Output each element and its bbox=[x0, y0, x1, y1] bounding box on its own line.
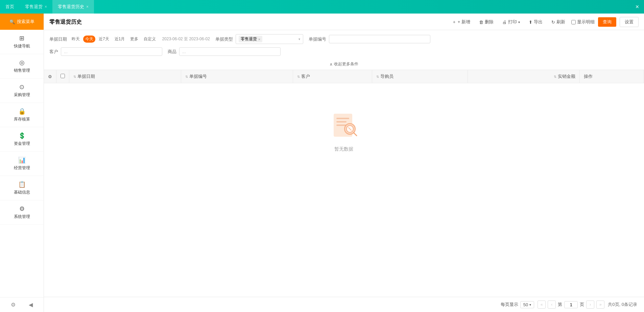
settings-gear-icon[interactable]: ⚙ bbox=[11, 302, 16, 308]
sidebar-item-inventory[interactable]: 🔒 库存核算 bbox=[0, 103, 44, 127]
sidebar-item-quick-nav[interactable]: ⊞ 快捷导航 bbox=[0, 30, 44, 54]
type-filter-group: 单据类型 零售退货 × ▾ bbox=[215, 34, 303, 44]
type-filter-select[interactable]: 零售退货 × ▾ bbox=[236, 34, 303, 44]
page-size-selector[interactable]: 50 ▾ bbox=[520, 301, 534, 308]
th-settings[interactable]: ⚙ bbox=[44, 70, 56, 83]
delete-label: 删除 bbox=[485, 19, 494, 25]
page-first-btn[interactable]: « bbox=[538, 300, 546, 309]
tab-list: 首页 零售退货 × 零售退货历史 × bbox=[0, 0, 630, 14]
show-detail-checkbox[interactable] bbox=[571, 20, 576, 24]
show-detail-checkbox-group: 显示明细 bbox=[571, 19, 595, 25]
date-btn-7days[interactable]: 近7天 bbox=[97, 36, 111, 43]
inventory-label: 库存核算 bbox=[14, 116, 30, 122]
th-number-sort-icon[interactable]: ⇅ bbox=[185, 75, 188, 79]
number-filter-group: 单据编号 bbox=[309, 35, 430, 43]
goods-filter-input[interactable] bbox=[179, 47, 281, 56]
empty-text: 暂无数据 bbox=[334, 146, 353, 152]
new-icon: ＋ bbox=[452, 19, 456, 25]
empty-state-cell: 暂无数据 bbox=[44, 83, 644, 180]
system-icon: ⚙ bbox=[19, 205, 25, 213]
filter-row-2: 客户 商品 bbox=[49, 47, 639, 56]
type-select-chevron: ▾ bbox=[299, 37, 300, 41]
base-info-label: 基础信息 bbox=[14, 190, 30, 195]
page-next-btn[interactable]: › bbox=[586, 300, 594, 309]
page-size-group: 每页显示 50 ▾ bbox=[501, 301, 534, 308]
page-size-value: 50 bbox=[523, 302, 528, 307]
table-container: ⚙ ⇅ 单据日期 bbox=[44, 70, 644, 179]
type-tag-remove[interactable]: × bbox=[258, 37, 260, 41]
date-btn-1month[interactable]: 近1月 bbox=[113, 36, 127, 43]
th-amount-sort-icon[interactable]: ⇅ bbox=[554, 75, 556, 79]
sidebar-item-purchase[interactable]: ⊙ 采购管理 bbox=[0, 79, 44, 103]
operation-icon: 📊 bbox=[18, 156, 26, 164]
search-icon: 🔍 bbox=[9, 19, 15, 24]
collapse-filter-btn[interactable]: ∧ 收起更多条件 bbox=[49, 59, 639, 70]
th-checkbox bbox=[56, 70, 69, 83]
th-customer-sort-icon[interactable]: ⇅ bbox=[297, 75, 300, 79]
th-date-sort-icon[interactable]: ⇅ bbox=[73, 75, 76, 79]
customer-filter-label: 客户 bbox=[49, 49, 58, 55]
sales-icon: ◎ bbox=[19, 59, 25, 66]
content-area: 零售退货历史 ＋ + 新增 🗑 删除 🖨 打印 ▾ ⬆ 导出 bbox=[44, 14, 644, 312]
sidebar-item-base-info[interactable]: 📋 基础信息 bbox=[0, 176, 44, 200]
th-guide-sort-icon[interactable]: ⇅ bbox=[376, 75, 379, 79]
page-prev-btn[interactable]: ‹ bbox=[548, 300, 556, 309]
new-button[interactable]: ＋ + 新增 bbox=[449, 18, 473, 26]
select-all-checkbox[interactable] bbox=[61, 74, 65, 78]
page-last-btn[interactable]: » bbox=[596, 300, 604, 309]
type-tag-value: 零售退货 bbox=[241, 36, 257, 42]
number-filter-input[interactable] bbox=[329, 35, 430, 43]
date-btn-more[interactable]: 更多 bbox=[128, 36, 140, 43]
settings-label: 设置 bbox=[625, 19, 634, 25]
window-close-button[interactable]: × bbox=[630, 0, 644, 14]
tab-retail-return-history[interactable]: 零售退货历史 × bbox=[52, 0, 94, 14]
total-records-text: 共0页, 0条记录 bbox=[608, 302, 637, 308]
page-unit-label: 页 bbox=[580, 302, 584, 308]
page-number-input[interactable] bbox=[564, 301, 578, 308]
page-label: 第 bbox=[558, 302, 562, 308]
finance-label: 资金管理 bbox=[14, 141, 30, 147]
query-button[interactable]: 查询 bbox=[598, 17, 616, 27]
date-filter-group: 单据日期 昨天 今天 近7天 近1月 更多 自定义 2023-06-02 至 2… bbox=[49, 36, 210, 43]
sidebar-item-operation[interactable]: 📊 经营管理 bbox=[0, 152, 44, 176]
per-page-label: 每页显示 bbox=[501, 302, 518, 308]
print-button[interactable]: 🖨 打印 ▾ bbox=[500, 18, 523, 26]
sidebar-item-system[interactable]: ⚙ 系统管理 bbox=[0, 200, 44, 225]
tab-retail-return-history-close[interactable]: × bbox=[86, 4, 89, 9]
query-label: 查询 bbox=[603, 19, 612, 25]
tab-retail-return[interactable]: 零售退货 × bbox=[20, 0, 52, 14]
sidebar-bottom: ⚙ ◀ bbox=[0, 297, 44, 312]
th-number: ⇅ 单据编号 bbox=[181, 70, 293, 83]
goods-filter-group: 商品 bbox=[168, 47, 281, 56]
column-settings-icon[interactable]: ⚙ bbox=[48, 74, 52, 79]
refresh-icon: ↻ bbox=[551, 20, 555, 25]
tab-home[interactable]: 首页 bbox=[0, 0, 20, 14]
sidebar-item-sales[interactable]: ◎ 销售管理 bbox=[0, 54, 44, 79]
operation-label: 经营管理 bbox=[14, 165, 30, 171]
toolbar: ＋ + 新增 🗑 删除 🖨 打印 ▾ ⬆ 导出 ↻ bbox=[449, 17, 639, 27]
th-number-label: 单据编号 bbox=[189, 73, 207, 80]
date-btn-custom[interactable]: 自定义 bbox=[142, 36, 158, 43]
goods-filter-label: 商品 bbox=[168, 49, 176, 55]
sidebar-item-finance[interactable]: 💲 资金管理 bbox=[0, 127, 44, 152]
table-header-row: ⚙ ⇅ 单据日期 bbox=[44, 70, 644, 83]
delete-button[interactable]: 🗑 删除 bbox=[476, 18, 496, 26]
th-date: ⇅ 单据日期 bbox=[69, 70, 181, 83]
refresh-label: 刷新 bbox=[556, 19, 565, 25]
system-label: 系统管理 bbox=[14, 214, 30, 220]
refresh-button[interactable]: ↻ 刷新 bbox=[549, 18, 568, 26]
customer-filter-input[interactable] bbox=[61, 47, 162, 56]
table-area: ⚙ ⇅ 单据日期 bbox=[44, 70, 644, 297]
sidebar-search-btn[interactable]: 🔍 搜索菜单 bbox=[0, 14, 44, 30]
tab-retail-return-close[interactable]: × bbox=[45, 4, 47, 9]
base-info-icon: 📋 bbox=[18, 181, 26, 188]
quick-nav-label: 快捷导航 bbox=[14, 43, 30, 49]
svg-rect-2 bbox=[336, 121, 347, 122]
date-btn-today[interactable]: 今天 bbox=[83, 36, 95, 43]
export-icon: ⬆ bbox=[529, 20, 532, 25]
sidebar-collapse-icon[interactable]: ◀ bbox=[29, 302, 33, 308]
export-button[interactable]: ⬆ 导出 bbox=[526, 18, 545, 26]
date-btn-yesterday[interactable]: 昨天 bbox=[70, 36, 82, 43]
settings-button[interactable]: 设置 bbox=[620, 17, 639, 27]
sales-label: 销售管理 bbox=[14, 68, 30, 73]
